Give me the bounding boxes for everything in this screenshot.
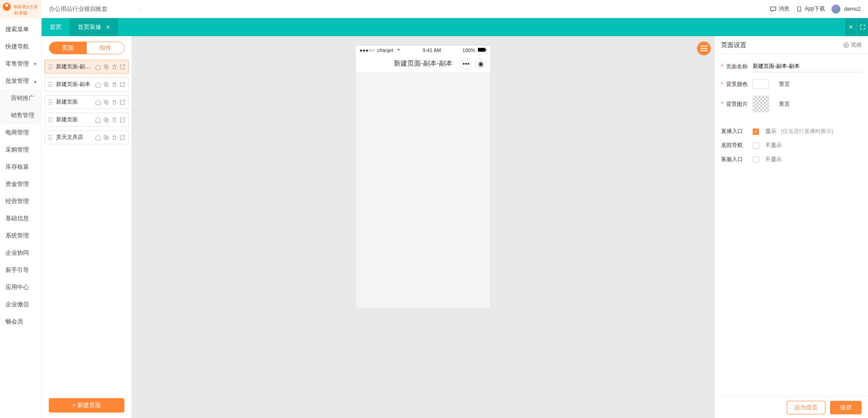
page-item[interactable]: ☰ 昊天文具店 (44, 130, 129, 144)
tab-page-design[interactable]: 首页装修 ✕ (70, 18, 118, 36)
nav-system[interactable]: 系统管理 (0, 227, 41, 244)
copy-icon[interactable] (103, 64, 109, 70)
tabbar-close-all[interactable]: ✕ (844, 18, 856, 36)
nav-search[interactable]: 搜索菜单 (0, 21, 41, 38)
drag-icon[interactable]: ☰ (47, 99, 53, 106)
tabbar-fullscreen[interactable] (856, 18, 868, 36)
bottom-nav-hide-label: 不显示 (765, 142, 782, 149)
page-item[interactable]: ☰ 新建页面-副本 (44, 77, 129, 91)
brand-logo[interactable]: 畅捷通好生意 标准版 (0, 0, 42, 18)
nav-appstore[interactable]: 应用中心 (0, 279, 41, 296)
set-home-button[interactable]: 设为首页 (787, 401, 826, 414)
brand-edition: 标准版 (14, 11, 28, 15)
nav-funds[interactable]: 资金管理 (0, 176, 41, 193)
nav-wholesale-marketing[interactable]: 营销推广 (0, 90, 41, 107)
row-live-entry: 直播入口 ✓ 显示 (仅当进行直播时展示) (721, 128, 862, 135)
share-icon[interactable] (119, 99, 126, 105)
sub-tab-component[interactable]: 组件 (87, 42, 124, 54)
bg-image-reset[interactable]: 重置 (774, 99, 795, 109)
delete-icon[interactable] (111, 99, 118, 105)
new-page-button[interactable]: + 新建页面 (49, 398, 124, 413)
close-icon[interactable]: ✕ (106, 24, 110, 30)
home-icon[interactable] (95, 64, 101, 70)
home-icon[interactable] (95, 81, 101, 88)
drag-icon[interactable]: ☰ (47, 81, 53, 88)
tab-home[interactable]: 首页 (42, 18, 70, 36)
nav-operations[interactable]: 经营管理 (0, 193, 41, 210)
nav-basics[interactable]: 基础信息 (0, 210, 41, 227)
live-checkbox[interactable]: ✓ (753, 128, 759, 135)
more-icon[interactable]: ••• (461, 58, 472, 69)
target-icon[interactable]: ◉ (475, 58, 486, 69)
drag-icon[interactable]: ☰ (47, 63, 53, 71)
home-icon[interactable] (95, 134, 101, 141)
org-selector-label: 办公用品行业模拟账套 (49, 5, 108, 13)
sub-tabs: 页面 组件 (49, 42, 124, 54)
nav-wholesale[interactable]: 批发管理▲ (0, 72, 41, 90)
video-link[interactable]: 视频 (843, 41, 862, 49)
bg-color-reset[interactable]: 重置 (774, 79, 795, 90)
signal-icon: ●●●○○ (359, 48, 374, 53)
page-name-input[interactable] (753, 61, 862, 72)
copy-icon[interactable] (103, 117, 109, 123)
share-icon[interactable] (119, 64, 126, 70)
row-bg-color: *背景颜色 重置 (721, 79, 862, 90)
app-download-link[interactable]: App下载 (796, 5, 825, 13)
row-bg-image: *背景图片 重置 (721, 96, 862, 112)
nav-quick[interactable]: 快捷导航 (0, 38, 41, 55)
row-page-name: *页面名称 (721, 61, 862, 72)
kf-checkbox[interactable] (753, 157, 759, 163)
carrier-label: chanjet (377, 48, 393, 53)
nav-guide[interactable]: 新手引导 (0, 261, 41, 279)
nav-wholesale-sales[interactable]: 销售管理 (0, 107, 41, 124)
page-list-panel: 页面 组件 ☰ 新建页面-副本-... (42, 36, 132, 418)
page-name-label: 页面名称 (726, 63, 748, 70)
copy-icon[interactable] (103, 99, 109, 105)
svg-rect-13 (478, 48, 486, 52)
nav-ecommerce[interactable]: 电商管理 (0, 124, 41, 141)
row-kf-entry: 客服入口 不显示 (721, 156, 862, 163)
nav-wework[interactable]: 企业微信 (0, 296, 41, 313)
home-icon[interactable] (95, 99, 101, 105)
org-selector[interactable]: 办公用品行业模拟账套 ⌄ (49, 5, 143, 13)
messages-link[interactable]: 消息 (769, 5, 789, 13)
battery-icon (478, 48, 487, 53)
status-battery-label: 100% (462, 48, 475, 53)
delete-icon[interactable] (111, 117, 118, 123)
phone-body[interactable] (356, 73, 491, 308)
canvas-menu-fab[interactable] (697, 42, 711, 55)
share-icon[interactable] (119, 134, 126, 141)
delete-icon[interactable] (111, 64, 118, 70)
bottom-nav-checkbox[interactable] (753, 142, 759, 149)
bg-color-swatch[interactable] (753, 79, 769, 89)
sub-tab-page[interactable]: 页面 (49, 42, 87, 54)
page-item[interactable]: ☰ 新建页面-副本-... (44, 60, 129, 74)
brand-name: 畅捷通好生意 (14, 5, 38, 9)
save-button[interactable]: 保存 (830, 401, 862, 414)
copy-icon[interactable] (103, 81, 109, 88)
nav-member[interactable]: 畅会员 (0, 313, 41, 330)
delete-icon[interactable] (111, 134, 118, 141)
user-menu[interactable]: demo2 (831, 5, 861, 14)
share-icon[interactable] (119, 117, 126, 123)
page-item[interactable]: ☰ 新建页面 (44, 113, 129, 127)
drag-icon[interactable]: ☰ (47, 134, 53, 141)
phone-status-bar: ●●●○○ chanjet 9:41 AM 100% (356, 46, 491, 55)
home-icon[interactable] (95, 117, 101, 123)
nav-purchase[interactable]: 采购管理 (0, 141, 41, 158)
nav-retail[interactable]: 零售管理▼ (0, 55, 41, 72)
brand-logo-icon (3, 3, 11, 11)
avatar (831, 5, 840, 14)
status-time: 9:41 AM (423, 48, 441, 53)
bg-image-placeholder[interactable] (753, 96, 769, 112)
share-icon[interactable] (119, 81, 126, 88)
delete-icon[interactable] (111, 81, 118, 88)
chevron-up-icon: ▲ (33, 79, 38, 84)
drag-icon[interactable]: ☰ (47, 116, 53, 124)
nav-collab[interactable]: 企业协同 (0, 244, 41, 261)
message-icon (769, 5, 777, 13)
svg-rect-14 (486, 49, 487, 50)
copy-icon[interactable] (103, 134, 109, 141)
nav-inventory[interactable]: 库存核算 (0, 158, 41, 176)
page-item[interactable]: ☰ 新建页面 (44, 95, 129, 109)
